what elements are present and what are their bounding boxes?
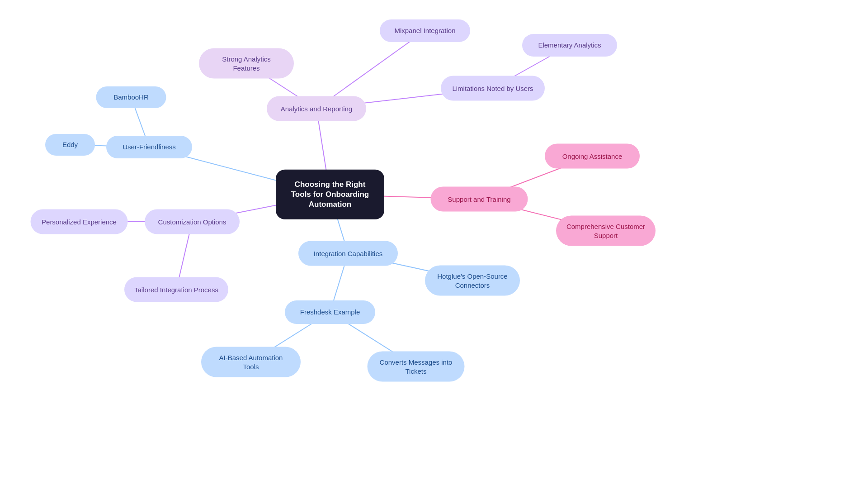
node-limitationsNoted: Limitations Noted by Users [441, 76, 545, 101]
node-aiBased: AI-Based Automation Tools [201, 347, 301, 377]
node-center: Choosing the Right Tools for Onboarding … [276, 170, 384, 219]
node-elementaryAnalytics: Elementary Analytics [522, 34, 617, 57]
node-tailoredIntegration: Tailored Integration Process [124, 277, 228, 302]
node-analyticsReporting: Analytics and Reporting [267, 96, 366, 121]
connections-svg [0, 0, 868, 490]
node-hotglue: Hotglue's Open-Source Connectors [425, 266, 520, 296]
node-comprehensiveSupport: Comprehensive Customer Support [556, 216, 656, 246]
node-personalizedExperience: Personalized Experience [31, 209, 128, 234]
node-bambooHR: BambooHR [96, 86, 166, 108]
node-eddy: Eddy [45, 134, 95, 156]
mind-map-container: Choosing the Right Tools for Onboarding … [0, 0, 868, 490]
node-ongoingAssistance: Ongoing Assistance [545, 144, 640, 169]
node-integrationCapabilities: Integration Capabilities [298, 241, 398, 266]
node-supportTraining: Support and Training [431, 187, 528, 212]
node-customizationOptions: Customization Options [145, 209, 240, 234]
node-userFriendliness: User-Friendliness [106, 136, 192, 158]
node-strongAnalytics: Strong Analytics Features [199, 48, 294, 79]
node-freshdeskExample: Freshdesk Example [285, 300, 375, 324]
node-convertsMessages: Converts Messages into Tickets [368, 352, 465, 382]
node-mixpanel: Mixpanel Integration [380, 19, 470, 42]
